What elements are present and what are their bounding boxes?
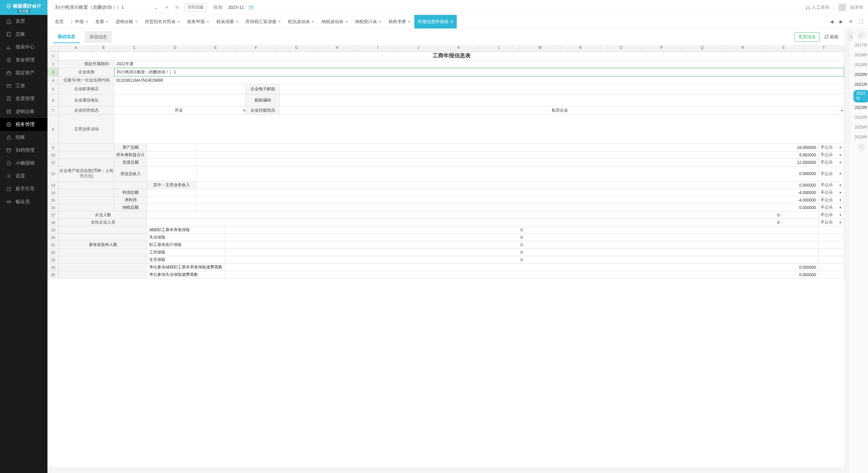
spreadsheet[interactable]: A B CDEFGHIJKLMNOPQRST 1 工商年报信息表 2 xyxy=(47,45,844,468)
ledger-icon xyxy=(6,109,12,114)
add-icon[interactable]: + xyxy=(164,4,170,11)
close-icon[interactable]: ✕ xyxy=(408,19,411,24)
tab[interactable]: 年报信息申报表✕ xyxy=(414,15,457,29)
nav-tax[interactable]: 税务管理 xyxy=(0,118,47,131)
tabs-fullscreen-icon[interactable]: ⛶ xyxy=(857,18,865,25)
nav-chart[interactable]: 报表中心 xyxy=(0,41,47,54)
tab[interactable]: 税检专家✕ xyxy=(385,15,414,29)
year-option[interactable]: 2026年 xyxy=(855,133,868,142)
close-icon[interactable]: ✕ xyxy=(177,19,180,24)
gear-icon[interactable] xyxy=(173,5,181,10)
year-option[interactable]: 2017年 xyxy=(855,41,868,50)
col-header[interactable]: B xyxy=(93,45,114,51)
year-option[interactable]: 2024年 xyxy=(855,113,868,122)
nav-archive[interactable]: 归档管理 xyxy=(0,144,47,157)
tab[interactable]: 税务申报✕ xyxy=(184,15,213,29)
tab[interactable]: 税表清册✕ xyxy=(213,15,242,29)
col-header[interactable]: Q xyxy=(682,45,723,51)
book-icon xyxy=(6,32,12,37)
calendar-icon[interactable] xyxy=(248,5,255,10)
col-header[interactable]: L xyxy=(479,45,520,51)
nav-reimburse[interactable]: 小畅报销 xyxy=(0,157,47,170)
tabs-close-all-icon[interactable]: ✕ xyxy=(847,18,855,25)
col-header[interactable]: I xyxy=(358,45,398,51)
svg-rect-16 xyxy=(806,8,807,9)
col-header[interactable]: T xyxy=(804,45,844,51)
close-icon[interactable]: ✕ xyxy=(278,19,281,24)
account-selector[interactable]: 刘小艳演示账套（勿删勿动！）1 ⌄ xyxy=(52,3,161,12)
tab[interactable]: 进销台账✕ xyxy=(112,15,141,29)
close-icon[interactable]: ✕ xyxy=(450,19,453,24)
nav-ledger[interactable]: 进销台账 xyxy=(0,105,47,118)
close-icon[interactable]: ✕ xyxy=(85,19,88,24)
old-version-button[interactable]: 切到旧版 xyxy=(184,3,207,12)
tab[interactable]: 税负波动表✕ xyxy=(284,15,318,29)
tab[interactable]: 首页 xyxy=(52,15,67,29)
tab[interactable]: 纳税波动表✕ xyxy=(318,15,352,29)
support-link[interactable]: 人工咨询 xyxy=(806,4,829,11)
col-header[interactable]: R xyxy=(723,45,763,51)
nav-guide[interactable]: 新手引导 xyxy=(0,183,47,195)
nav-money[interactable]: 资金管理 xyxy=(0,54,47,67)
close-icon[interactable]: ✕ xyxy=(135,19,138,24)
close-icon[interactable]: ✕ xyxy=(235,19,239,24)
col-header[interactable]: C xyxy=(114,45,155,51)
year-option[interactable]: 2021年 xyxy=(855,80,868,89)
col-header[interactable]: P xyxy=(642,45,682,51)
nav-vip[interactable]: 畅会员 xyxy=(0,195,47,208)
col-header[interactable]: O xyxy=(601,45,642,51)
close-icon[interactable]: ✕ xyxy=(105,19,109,24)
nav-home[interactable]: 首页 xyxy=(0,15,47,28)
period-value[interactable]: 2023-11 xyxy=(228,5,244,10)
tabs-prev-icon[interactable]: ◀ xyxy=(828,18,835,25)
refresh-button[interactable]: 刷新 xyxy=(824,34,839,40)
col-header[interactable]: M xyxy=(520,45,560,51)
tab[interactable]: 存货别名对照表✕ xyxy=(141,15,184,29)
year-scroll-down-icon[interactable]: ﹀ xyxy=(857,143,865,151)
reset-report-button[interactable]: 重置报表 xyxy=(794,32,820,42)
col-header[interactable]: G xyxy=(276,45,317,51)
year-option[interactable]: 2025年 xyxy=(855,123,868,132)
nav-lock[interactable]: 结账 xyxy=(0,131,47,144)
user-name[interactable]: 徐泽华 xyxy=(850,4,863,11)
nav-invoice[interactable]: 发票管理 xyxy=(0,92,47,105)
horizontal-scrollbar[interactable] xyxy=(47,468,844,473)
year-option[interactable]: 2022年 xyxy=(853,90,868,102)
subtab-basic[interactable]: 基础信息 xyxy=(53,31,80,43)
col-header[interactable]: J xyxy=(398,45,439,51)
close-icon[interactable]: ✕ xyxy=(311,19,315,24)
year-option[interactable]: 2020年 xyxy=(855,70,868,79)
col-header[interactable]: H xyxy=(317,45,358,51)
col-header[interactable]: E xyxy=(195,45,236,51)
col-header[interactable]: D xyxy=(155,45,196,51)
nav-box[interactable]: 固定资产 xyxy=(0,67,47,79)
col-header[interactable]: F xyxy=(236,45,277,51)
year-option[interactable]: 2023年 xyxy=(855,103,868,112)
col-header[interactable]: A xyxy=(59,45,93,51)
col-header[interactable]: S xyxy=(763,45,804,51)
year-scroll-up-icon[interactable]: ︿ xyxy=(857,31,865,39)
col-header[interactable]: K xyxy=(439,45,479,51)
subtab-other[interactable]: 其他信息 xyxy=(85,31,112,43)
home-icon xyxy=(6,19,12,24)
close-icon[interactable]: ✕ xyxy=(206,19,210,24)
tab[interactable]: 所得税汇算清缴✕ xyxy=(242,15,284,29)
tab[interactable]: 〉申报✕ xyxy=(67,15,92,29)
row-header[interactable]: 1 xyxy=(47,52,59,60)
nav-wallet[interactable]: 工资 xyxy=(0,79,47,92)
tab[interactable]: 纳税统计表✕ xyxy=(352,15,385,29)
nav-book[interactable]: 总账 xyxy=(0,28,47,41)
tabs-next-icon[interactable]: ▶ xyxy=(837,18,845,25)
topbar: 刘小艳演示账套（勿删勿动！）1 ⌄ + 切到旧版 账期 2023-11 人工咨询… xyxy=(47,0,868,15)
close-icon[interactable]: ✕ xyxy=(378,19,382,24)
year-option[interactable]: 2018年 xyxy=(855,51,868,60)
year-option[interactable]: 2019年 xyxy=(855,60,868,70)
selected-cell[interactable]: 刘小艳演示账套（勿删勿动！）1 xyxy=(114,68,844,76)
col-header[interactable]: N xyxy=(560,45,601,51)
collapse-year-panel-icon[interactable]: ◁ xyxy=(848,31,853,41)
cell-value[interactable]: 2022年度 xyxy=(114,60,844,68)
avatar[interactable] xyxy=(839,4,846,11)
nav-gear[interactable]: 设置 xyxy=(0,170,47,183)
close-icon[interactable]: ✕ xyxy=(345,19,348,24)
tab[interactable]: 发票✕ xyxy=(92,15,112,29)
